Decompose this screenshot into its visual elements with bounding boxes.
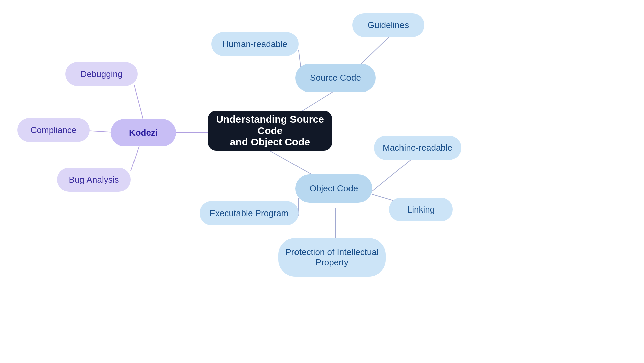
human-readable-label: Human-readable xyxy=(222,39,287,49)
protection-node: Protection of Intellectual Property xyxy=(278,238,386,277)
bug-analysis-label: Bug Analysis xyxy=(69,175,119,185)
human-readable-node: Human-readable xyxy=(211,32,299,56)
line-kodezi-compliance xyxy=(87,131,114,132)
executable-label: Executable Program xyxy=(210,208,289,219)
machine-readable-label: Machine-readable xyxy=(383,143,452,153)
guidelines-node: Guidelines xyxy=(352,13,424,37)
protection-label: Protection of Intellectual Property xyxy=(285,247,379,268)
compliance-node: Compliance xyxy=(17,118,90,142)
line-kodezi-debug xyxy=(134,85,144,124)
linking-label: Linking xyxy=(407,204,435,215)
linking-node: Linking xyxy=(389,198,453,221)
bug-analysis-node: Bug Analysis xyxy=(57,168,131,192)
center-label: Understanding Source Code and Object Cod… xyxy=(215,114,325,148)
center-node: Understanding Source Code and Object Cod… xyxy=(208,111,332,151)
debugging-node: Debugging xyxy=(65,62,138,86)
compliance-label: Compliance xyxy=(31,125,76,135)
source-code-label: Source Code xyxy=(310,73,361,83)
kodezi-label: Kodezi xyxy=(129,128,158,138)
debugging-label: Debugging xyxy=(80,69,123,79)
source-code-node: Source Code xyxy=(295,64,376,92)
object-code-node: Object Code xyxy=(295,174,372,203)
executable-node: Executable Program xyxy=(200,201,299,225)
machine-readable-node: Machine-readable xyxy=(374,136,461,160)
guidelines-label: Guidelines xyxy=(368,20,409,31)
kodezi-node: Kodezi xyxy=(111,119,176,146)
object-code-label: Object Code xyxy=(310,183,358,194)
